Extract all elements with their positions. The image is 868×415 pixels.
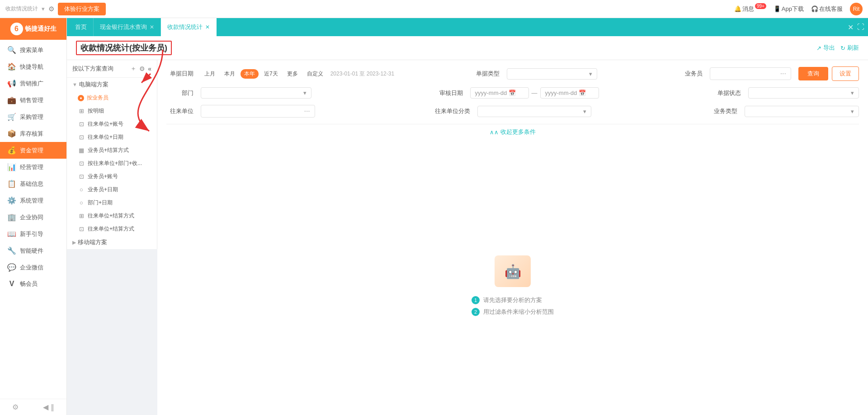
salesperson-account-icon: ⊡ [78, 173, 85, 180]
scheme-item-partner-settle2[interactable]: ⊡ 往来单位+结算方式 [67, 222, 157, 236]
sidebar-item-enterprise-wechat[interactable]: 💬 企业微信 [0, 259, 66, 276]
sidebar-item-inventory[interactable]: 📦 库存核算 [0, 125, 66, 142]
scheme-collapse-icon[interactable]: « [148, 65, 151, 72]
scheme-header-label: 按以下方案查询 [72, 65, 113, 73]
dept-label: 部门 [166, 89, 193, 97]
scheme-item-partner-dept-collect[interactable]: ⊡ 按往来单位+部门+收... [67, 157, 157, 170]
date-tab-custom[interactable]: 自定义 [303, 69, 327, 79]
online-service[interactable]: 🎧 在线客服 [811, 5, 843, 13]
sidebar-item-marketing[interactable]: 📢 营销推广 [0, 75, 66, 92]
sidebar-item-label: 营销推广 [20, 80, 43, 88]
sidebar-item-label: 企业微信 [20, 264, 43, 272]
tab-bar-right: ✕ ⛶ [848, 23, 868, 32]
export-button[interactable]: ↗ 导出 [816, 44, 835, 52]
calendar-start-icon[interactable]: 📅 [509, 90, 516, 96]
app-download[interactable]: 📱 App下载 [774, 5, 804, 13]
purchase-icon: 🛒 [7, 113, 16, 121]
sidebar-item-beginner[interactable]: 📖 新手引导 [0, 226, 66, 242]
tab-bank-flow[interactable]: 现金银行流水查询 ✕ [94, 18, 161, 36]
dropdown-icon[interactable]: ▾ [42, 5, 45, 12]
result-area: 🤖 1 请先选择要分析的方案 2 用过滤条件来缩小分析范围 [157, 146, 868, 415]
tab-collection-stats-close[interactable]: ✕ [205, 24, 210, 30]
main-layout: 6 畅捷通好生 🔍 搜索菜单 🏠 快捷导航 📢 营销推广 💼 销售管理 🛒 [0, 18, 868, 415]
desktop-group-label: 电脑端方案 [79, 80, 108, 89]
sidebar-item-basic-info[interactable]: 📋 基础信息 [0, 175, 66, 192]
review-date-start[interactable]: yyyy-mm-dd 📅 [470, 87, 529, 99]
sidebar-item-label: 快捷导航 [20, 63, 43, 71]
notification-badge: 99+ [755, 3, 766, 9]
sidebar-item-system[interactable]: ⚙️ 系统管理 [0, 192, 66, 209]
step-2-text: 用过滤条件来缩小分析范围 [483, 308, 554, 316]
sidebar-item-purchase[interactable]: 🛒 采购管理 [0, 108, 66, 125]
calendar-end-icon[interactable]: 📅 [579, 90, 586, 96]
sidebar-item-smart-hw[interactable]: 🔧 智能硬件 [0, 242, 66, 259]
doc-status-dropdown-icon: ▾ [851, 90, 854, 96]
sidebar-item-member[interactable]: V 畅会员 [0, 276, 66, 292]
doc-type-select[interactable]: ▾ [507, 68, 597, 80]
sidebar-item-operations[interactable]: 📊 经营管理 [0, 159, 66, 175]
quick-nav-icon: 🏠 [7, 62, 16, 71]
scheme-item-dept-date[interactable]: ○ 部门+日期 [67, 196, 157, 209]
date-tab-last-7[interactable]: 近7天 [260, 69, 282, 79]
page-header: 收款情况统计(按业务员) ↗ 导出 ↻ 刷新 [67, 36, 868, 60]
business-type-select[interactable]: ▾ [745, 106, 859, 117]
tab-fullscreen-icon[interactable]: ⛶ [857, 23, 864, 31]
sidebar-item-label: 企业协同 [20, 213, 43, 222]
date-tab-this-month[interactable]: 本月 [221, 69, 239, 79]
app-name: 畅捷通好生 [25, 25, 57, 33]
setting-button[interactable]: 设置 [832, 66, 859, 81]
scheme-group-mobile-title[interactable]: ▶ 移动端方案 [67, 236, 157, 249]
right-panel: 单据日期 上月 本月 本年 近7天 更多 自定义 2023-01-01 至 20… [157, 60, 868, 415]
salesperson-select[interactable]: ··· [710, 67, 791, 80]
sidebar-item-label: 搜索菜单 [20, 46, 43, 54]
gear-icon[interactable]: ⚙ [48, 5, 54, 13]
scheme-add-icon[interactable]: ＋ [130, 65, 137, 73]
review-date-end[interactable]: yyyy-mm-dd 📅 [540, 87, 599, 99]
date-tab-more[interactable]: 更多 [283, 69, 302, 79]
query-button[interactable]: 查询 [798, 67, 828, 80]
date-tab-this-year[interactable]: 本年 [241, 69, 259, 79]
collapse-filter-button[interactable]: ∧∧ 收起更多条件 [166, 124, 859, 140]
doc-status-select[interactable]: ▾ [748, 87, 859, 99]
sidebar-item-sales[interactable]: 💼 销售管理 [0, 92, 66, 108]
scheme-item-by-salesperson[interactable]: ● 按业务员 [67, 91, 157, 104]
scheme-group-desktop-title[interactable]: ▼ 电脑端方案 [67, 78, 157, 91]
notification-area[interactable]: 🔔 消息 99+ [734, 5, 766, 13]
tab-close-all-icon[interactable]: ✕ [848, 23, 854, 32]
partner-more-icon[interactable]: ··· [304, 107, 310, 115]
scheme-item-by-detail[interactable]: ⊞ 按明细 [67, 104, 157, 118]
scheme-settings-icon[interactable]: ⚙ [139, 65, 145, 72]
scheme-item-partner-date[interactable]: ⊡ 往来单位+日期 [67, 131, 157, 144]
sidebar-item-quick-nav[interactable]: 🏠 快捷导航 [0, 58, 66, 75]
collapse-sidebar-icon[interactable]: ◀ ‖ [43, 403, 54, 411]
scheme-item-label: 部门+日期 [88, 199, 113, 207]
panel-container: 按以下方案查询 ＋ ⚙ « ▼ 电脑端方案 [67, 60, 868, 415]
date-tab-last-month[interactable]: 上月 [201, 69, 219, 79]
dept-select[interactable]: ▾ [201, 87, 311, 99]
scheme-item-label: 往来单位+账号 [88, 120, 123, 128]
content-area: 首页 现金银行流水查询 ✕ 收款情况统计 ✕ ✕ ⛶ 收款情况统计(按业务员) [67, 18, 868, 415]
scheme-item-salesperson-settle[interactable]: ▦ 业务员+结算方式 [67, 144, 157, 157]
more-options-icon[interactable]: ··· [780, 70, 786, 78]
partner-category-select[interactable]: ▾ [477, 106, 592, 117]
scheme-item-partner-account[interactable]: ⊡ 往来单位+账号 [67, 118, 157, 131]
scheme-item-salesperson-account[interactable]: ⊡ 业务员+账号 [67, 170, 157, 183]
refresh-button[interactable]: ↻ 刷新 [840, 44, 859, 52]
desktop-group-arrow: ▼ [72, 82, 77, 87]
date-tabs: 上月 本月 本年 近7天 更多 自定义 2023-01-01 至 2023-12… [201, 69, 394, 79]
settings-bottom-icon[interactable]: ⚙ [12, 403, 19, 411]
partner-select[interactable]: ··· [201, 105, 315, 118]
user-avatar[interactable]: Rit [850, 3, 863, 15]
tab-bank-flow-close[interactable]: ✕ [150, 24, 154, 30]
tab-collection-stats[interactable]: 收款情况统计 ✕ [161, 18, 217, 36]
sidebar-item-label: 采购管理 [20, 113, 43, 121]
tab-collection-stats-label: 收款情况统计 [167, 23, 203, 31]
tab-home[interactable]: 首页 [69, 18, 94, 36]
sidebar-item-finance[interactable]: 💰 资金管理 [0, 142, 66, 159]
scheme-item-salesperson-date[interactable]: ○ 业务员+日期 [67, 183, 157, 196]
scheme-item-partner-settle1[interactable]: ⊞ 往来单位+结算方式 [67, 209, 157, 222]
sidebar-item-search-menu[interactable]: 🔍 搜索菜单 [0, 42, 66, 58]
sidebar-item-enterprise[interactable]: 🏢 企业协同 [0, 209, 66, 226]
sidebar-item-label: 智能硬件 [20, 247, 43, 255]
trial-button[interactable]: 体验行业方案 [58, 3, 106, 15]
